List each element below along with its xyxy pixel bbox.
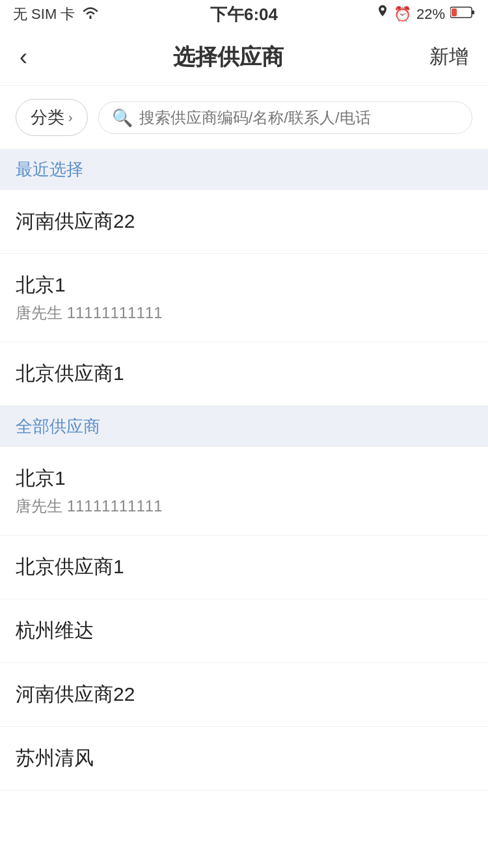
item-name: 河南供应商22 [16, 208, 472, 235]
item-name: 杭州维达 [16, 617, 472, 644]
status-bar: 无 SIM 卡 下午6:04 ⏰ 22% [0, 0, 488, 29]
recent-list-item[interactable]: 北京1 唐先生 11111111111 [0, 254, 488, 342]
recent-list: 河南供应商22 北京1 唐先生 11111111111 北京供应商1 [0, 190, 488, 406]
recent-section-header: 最近选择 [0, 149, 488, 190]
all-list-item[interactable]: 苏州清风 [0, 727, 488, 791]
all-list-item[interactable]: 杭州维达 [0, 599, 488, 663]
category-button[interactable]: 分类 › [16, 99, 88, 136]
all-section-label: 全部供应商 [16, 416, 100, 436]
item-sub: 唐先生 11111111111 [16, 496, 472, 517]
category-label: 分类 [31, 106, 64, 129]
recent-list-item[interactable]: 北京供应商1 [0, 342, 488, 406]
wifi-icon [81, 6, 100, 23]
item-name: 苏州清风 [16, 745, 472, 772]
all-list-item[interactable]: 北京1 唐先生 11111111111 [0, 447, 488, 536]
item-name: 河南供应商22 [16, 681, 472, 708]
location-icon [377, 5, 388, 23]
recent-section-label: 最近选择 [16, 159, 83, 179]
search-box: 🔍 [98, 102, 472, 134]
all-list-item[interactable]: 北京供应商1 [0, 536, 488, 599]
filter-bar: 分类 › 🔍 [0, 86, 488, 149]
item-name: 北京供应商1 [16, 360, 472, 387]
sim-label: 无 SIM 卡 [13, 5, 75, 24]
alarm-icon: ⏰ [394, 6, 411, 23]
add-button[interactable]: 新增 [429, 44, 468, 70]
page-title: 选择供应商 [173, 42, 284, 72]
chevron-right-icon: › [68, 110, 73, 125]
status-left: 无 SIM 卡 [13, 5, 100, 24]
search-icon: 🔍 [112, 109, 133, 126]
item-name: 北京供应商1 [16, 554, 472, 580]
item-name: 北京1 [16, 272, 472, 299]
back-button[interactable]: ‹ [20, 46, 27, 69]
svg-rect-2 [452, 8, 457, 16]
status-right: ⏰ 22% [377, 5, 475, 23]
svg-rect-1 [472, 10, 474, 14]
search-input[interactable] [139, 109, 459, 127]
status-time: 下午6:04 [210, 3, 278, 26]
nav-bar: ‹ 选择供应商 新增 [0, 29, 488, 86]
all-list-item[interactable]: 河南供应商22 [0, 663, 488, 727]
item-sub: 唐先生 11111111111 [16, 303, 472, 323]
all-section-header: 全部供应商 [0, 406, 488, 447]
all-list: 北京1 唐先生 11111111111 北京供应商1 杭州维达 河南供应商22 … [0, 447, 488, 791]
item-name: 北京1 [16, 465, 472, 492]
recent-list-item[interactable]: 河南供应商22 [0, 190, 488, 254]
battery-label: 22% [416, 6, 445, 23]
battery-icon [450, 6, 475, 23]
